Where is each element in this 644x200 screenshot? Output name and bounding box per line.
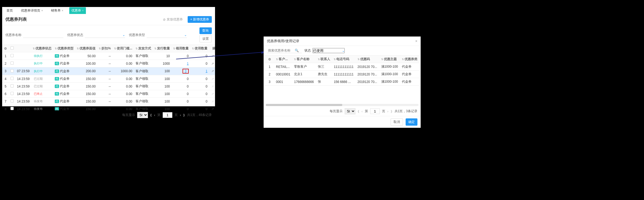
cancel-button[interactable]: 取消 [391, 118, 403, 126]
coupon-code: 2019120 70... [356, 71, 380, 78]
coupon-table-wrap[interactable]: ⇅优惠券状态 ⇅优惠券类型 ⇅优惠券面值 ⇅折扣% ⇅使用门槛... ⇅发放方式… [2, 45, 215, 110]
row-checkbox[interactable] [10, 107, 14, 110]
page-next-icon[interactable]: › [387, 110, 388, 113]
share-icon[interactable]: ↗ [211, 54, 214, 58]
table-row[interactable]: 5 14 23:59 已过期 代代金券 150.00 -- 0.00 客户领取 … [2, 83, 215, 90]
share-icon: ↗ [211, 107, 214, 111]
col-threshold[interactable]: 使用门槛... [117, 46, 132, 50]
col-cust-code[interactable]: 客户... [279, 57, 288, 61]
table-row[interactable]: 7 14 23:59 待发布 代代金券 150.00 -- 0.00 客户领取 … [2, 98, 215, 105]
issue-method: 客户领取 [134, 98, 153, 105]
col-type[interactable]: 优惠券类型 [57, 46, 74, 50]
close-icon[interactable]: × [415, 39, 417, 43]
dialog-page-number-input[interactable] [370, 108, 380, 114]
claimed-link[interactable]: 3 [185, 69, 187, 73]
close-icon[interactable]: × [41, 9, 43, 12]
col-cust-name[interactable]: 客户名称 [297, 57, 310, 61]
used-link[interactable]: 1 [206, 69, 208, 73]
table-row[interactable]: 3 07 23:59 执行中 代代金券 200.00 -- 1000.00 客户… [2, 67, 215, 75]
search-button[interactable]: 查询 [199, 27, 212, 34]
cust-name: 17666666666 [292, 78, 316, 86]
add-coupon-button[interactable]: + 新增优惠券 [188, 16, 212, 23]
share-icon[interactable]: ↗ [211, 62, 214, 66]
dialog-per-page-select[interactable]: 50 [345, 108, 355, 114]
issue-qty: 100 [153, 105, 172, 111]
table-row[interactable]: 3 0001 17666666666 张 156 6666 ... 201912… [265, 78, 420, 86]
type-badge-icon: 代 [55, 77, 59, 81]
col-status[interactable]: 优惠券状态 [35, 46, 52, 50]
per-page-select[interactable]: 50 [137, 112, 148, 118]
col-coupon-type[interactable]: 优惠券类 [405, 57, 417, 61]
used-qty: 0 [190, 98, 209, 105]
page-first-icon[interactable]: ⟪ [358, 110, 359, 113]
search-icon[interactable]: 🔍 [295, 49, 299, 52]
row-checkbox[interactable] [10, 84, 14, 88]
confirm-button[interactable]: 确定 [406, 118, 417, 126]
row-checkbox[interactable] [10, 54, 14, 57]
tab-coupon-detail[interactable]: 优惠券详情页× [19, 7, 45, 14]
row-checkbox[interactable] [10, 99, 14, 103]
page-prev-icon[interactable]: ‹ [362, 110, 363, 113]
col-used-qty[interactable]: 使用数量 [195, 46, 208, 50]
col-contact[interactable]: 联系人 [321, 57, 330, 61]
contact: 张 [316, 78, 332, 86]
filter-type: 优惠券类型 ⌄ [129, 32, 187, 38]
col-face-value[interactable]: 优惠券面值 [79, 46, 96, 50]
gear-icon[interactable] [268, 57, 271, 61]
col-coupon-code[interactable]: 优惠码 [360, 57, 370, 61]
col-coupon-title[interactable]: 优惠主题 [384, 57, 397, 61]
dialog-status-select[interactable] [312, 48, 345, 53]
tab-sales-order[interactable]: 销售单× [49, 7, 66, 14]
filter-type-select[interactable] [147, 32, 187, 38]
dialog-search-input[interactable] [268, 49, 295, 52]
table-row[interactable]: 4 14 23:59 已过期 代代金券 150.00 -- 0.00 客户领取 … [2, 75, 215, 83]
table-row[interactable]: 1 待执行 代代金券 50.00 -- 0.00 客户领取 10 0 0 ↗ ▦ [2, 52, 215, 60]
page-next-icon[interactable]: › [180, 113, 181, 117]
col-discount[interactable]: 折扣% [101, 46, 111, 50]
col-issue-qty[interactable]: 发行数量 [157, 46, 170, 50]
usage-records-dialog: 优惠券领用/使用记录 × 🔍 状态 ⌄ ⇅客户... ⇅客户名称 ⇅联系人 ⇅电… [264, 37, 421, 128]
tab-coupons[interactable]: 优惠券× [69, 7, 86, 14]
issue-qty: 100 [153, 90, 172, 98]
row-checkbox[interactable] [10, 77, 14, 80]
tab-home[interactable]: 首页 [4, 7, 15, 14]
page-prev-icon[interactable]: ‹ [154, 113, 155, 117]
threshold: 0.00 [112, 75, 134, 83]
issue-method: 客户领取 [134, 60, 153, 67]
table-row[interactable]: 6 14 23:59 已终止 代代金券 150.00 -- 0.00 客户领取 … [2, 90, 215, 98]
close-icon[interactable]: × [82, 9, 84, 12]
table-row[interactable]: 2 执行中 代代金券 100.00 -- 0.00 客户领取 1000 1 0 … [2, 60, 215, 67]
close-icon[interactable]: × [62, 9, 63, 12]
table-row[interactable]: 8 14 23:59 待发布 代代金券 150.00 -- 0.00 客户领取 … [2, 105, 215, 111]
col-phone[interactable]: 电话号码 [336, 57, 349, 61]
issue-method: 客户领取 [134, 90, 153, 98]
used-qty: 0 [190, 75, 209, 83]
row-checkbox[interactable] [10, 69, 14, 72]
settings-button[interactable]: 设置 [199, 35, 212, 42]
page-last-icon[interactable]: ⟫ [183, 113, 185, 117]
col-claimed-qty[interactable]: 领用数量 [176, 46, 189, 50]
page-last-icon[interactable]: ⟫ [391, 110, 392, 113]
select-all-checkbox[interactable] [10, 46, 14, 50]
table-row[interactable]: 2 00010001 北京1 唐先生 11111111111 2019120 7… [265, 71, 420, 78]
tab-coupons-label: 优惠券 [71, 8, 81, 13]
dialog-pagination-summary: 共1页，3条记录 [395, 109, 417, 114]
col-issue-method[interactable]: 发放方式 [138, 46, 151, 50]
type-text: 代金券 [60, 69, 70, 73]
used-qty: 0 [190, 105, 209, 111]
dialog-table-wrap[interactable]: ⇅客户... ⇅客户名称 ⇅联系人 ⇅电话号码 ⇅优惠码 ⇅优惠主题 ⇅优惠券类… [264, 55, 421, 103]
gear-icon[interactable] [4, 47, 7, 50]
claimed-link[interactable]: 1 [187, 62, 189, 66]
row-number: 1 [2, 52, 9, 60]
page-first-icon[interactable]: ⟪ [150, 113, 152, 117]
page-number-input[interactable] [163, 112, 172, 118]
per-page-label: 每页显示 [122, 113, 135, 117]
horizontal-scrollbar[interactable] [266, 104, 419, 106]
table-row[interactable]: 1 RETAIL... 零散客户 张三 11111111111 2019120 … [265, 63, 420, 71]
row-checkbox[interactable] [10, 92, 14, 95]
issue-coupon-button[interactable]: ⊘ 发放优惠券 [160, 16, 185, 23]
share-icon[interactable]: ↗ [211, 69, 214, 73]
row-checkbox[interactable] [10, 61, 14, 65]
filter-status-select[interactable] [85, 32, 125, 38]
filter-name-input[interactable] [23, 32, 63, 38]
